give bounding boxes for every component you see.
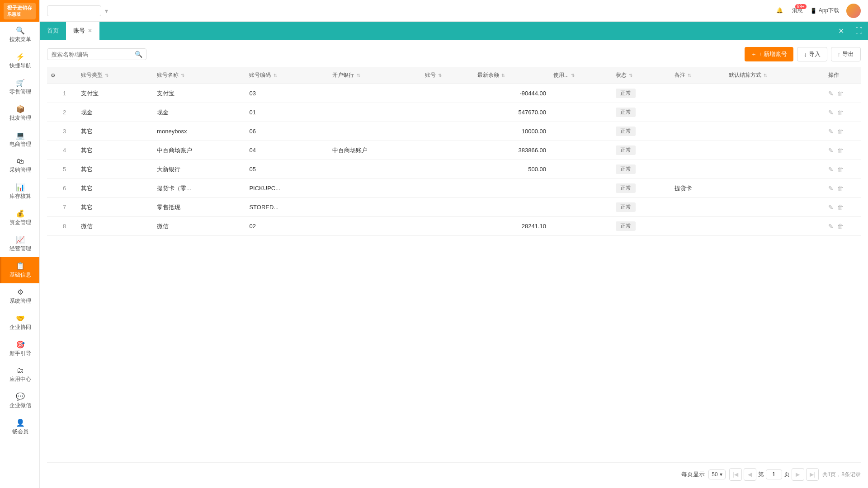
- edit-button[interactable]: ✎: [828, 204, 834, 211]
- topbar-dropdown-icon[interactable]: ▾: [105, 7, 108, 14]
- avatar[interactable]: [846, 4, 861, 18]
- cell-usage: [550, 84, 612, 103]
- search-box[interactable]: 🔍: [47, 48, 146, 60]
- add-account-button[interactable]: ＋ + 新增账号: [745, 47, 793, 61]
- sidebar-item-corp-agreement[interactable]: 🤝 企业协同: [0, 310, 39, 336]
- topbar-search-input[interactable]: [47, 5, 101, 16]
- tab-close-all-button[interactable]: ✕: [832, 22, 850, 40]
- tab-account[interactable]: 账号 ✕: [66, 22, 99, 40]
- sidebar-item-search-menu[interactable]: 🔍 搜索菜单: [0, 22, 39, 48]
- cell-remark: [671, 198, 725, 217]
- tab-home[interactable]: 首页: [40, 22, 66, 40]
- toolbar: 🔍 ＋ + 新增账号 ↓ 导入 ↑ 导出: [47, 47, 861, 61]
- edit-button[interactable]: ✎: [828, 223, 834, 230]
- cell-num: 1: [59, 84, 77, 103]
- cell-action: ✎ 🗑: [825, 103, 861, 122]
- import-icon: ↓: [804, 51, 807, 58]
- sidebar-item-app-center[interactable]: 🗂 应用中心: [0, 362, 39, 388]
- cell-bank: [329, 160, 421, 179]
- last-page-button[interactable]: ▶|: [806, 468, 819, 481]
- col-balance[interactable]: 最新余额 ⇅: [474, 67, 550, 84]
- cell-type: 支付宝: [77, 84, 153, 103]
- cell-type: 其它: [77, 160, 153, 179]
- app-download-icon: 📱: [810, 8, 817, 14]
- prev-page-button[interactable]: ◀: [744, 468, 756, 481]
- edit-button[interactable]: ✎: [828, 109, 834, 116]
- cell-num: 3: [59, 122, 77, 141]
- sidebar-item-ops-mgmt[interactable]: 📈 经营管理: [0, 231, 39, 257]
- col-type[interactable]: 账号类型 ⇅: [77, 67, 153, 84]
- col-name[interactable]: 账号名称 ⇅: [153, 67, 245, 84]
- cell-usage: [550, 122, 612, 141]
- page-size-label: 每页显示: [681, 470, 705, 479]
- edit-button[interactable]: ✎: [828, 166, 834, 173]
- cell-remark: [671, 122, 725, 141]
- cell-name: moneybosx: [153, 122, 245, 141]
- accounts-table: ⚙ 账号类型 ⇅ 账号名称 ⇅ 账号编码 ⇅ 开户银行 ⇅ 账号 ⇅ 最新余额 …: [47, 67, 861, 236]
- page-size-select[interactable]: 50 ▾: [708, 469, 725, 479]
- cell-code: 03: [245, 84, 329, 103]
- content-area: 🔍 ＋ + 新增账号 ↓ 导入 ↑ 导出: [40, 40, 868, 488]
- tabbar: 首页 账号 ✕ ✕ ⛶: [40, 22, 868, 40]
- cell-code: 04: [245, 141, 329, 160]
- sidebar-item-finance-mgmt[interactable]: 💰 资金管理: [0, 205, 39, 231]
- col-remark[interactable]: 备注 ⇅: [671, 67, 725, 84]
- cell-default-settle: [725, 160, 825, 179]
- tab-expand-button[interactable]: ⛶: [850, 22, 868, 40]
- col-account[interactable]: 账号 ⇅: [421, 67, 474, 84]
- ops-mgmt-icon: 📈: [3, 235, 38, 244]
- delete-button[interactable]: 🗑: [837, 147, 844, 154]
- edit-button[interactable]: ✎: [828, 128, 834, 135]
- app-download-area[interactable]: 📱 App下载: [810, 7, 839, 14]
- col-status[interactable]: 状态 ⇅: [612, 67, 671, 84]
- delete-button[interactable]: 🗑: [837, 90, 844, 97]
- notification-area[interactable]: 🔔 99+ 消息: [776, 7, 802, 14]
- sidebar-item-quick-nav[interactable]: ⚡ 快捷导航: [0, 48, 39, 74]
- cell-name: 零售抵现: [153, 198, 245, 217]
- delete-button[interactable]: 🗑: [837, 223, 844, 230]
- col-default-settle[interactable]: 默认结算方式 ⇅: [725, 67, 825, 84]
- cell-settings: [47, 198, 59, 217]
- next-page-button[interactable]: ▶: [792, 468, 804, 481]
- delete-button[interactable]: 🗑: [837, 166, 844, 173]
- cell-status: 正常: [612, 160, 671, 179]
- sidebar-item-corp-wechat[interactable]: 💬 企业微信: [0, 388, 39, 414]
- sidebar-item-retail-mgmt[interactable]: 🛒 零售管理: [0, 74, 39, 100]
- sidebar-item-inventory[interactable]: 📊 库存核算: [0, 178, 39, 205]
- cell-num: 7: [59, 198, 77, 217]
- cell-code: STORED...: [245, 198, 329, 217]
- page-label: 第: [758, 470, 764, 479]
- sidebar-item-ecom-mgmt[interactable]: 💻 电商管理: [0, 127, 39, 153]
- search-input[interactable]: [51, 51, 133, 58]
- sidebar-item-purchase-mgmt[interactable]: 🛍 采购管理: [0, 153, 39, 178]
- delete-button[interactable]: 🗑: [837, 109, 844, 116]
- col-settings[interactable]: ⚙: [47, 67, 59, 84]
- tab-close-icon[interactable]: ✕: [88, 28, 92, 34]
- edit-button[interactable]: ✎: [828, 147, 834, 154]
- col-usage[interactable]: 使用... ⇅: [550, 67, 612, 84]
- sidebar-item-member[interactable]: 👤 畅会员: [0, 414, 39, 440]
- edit-button[interactable]: ✎: [828, 185, 834, 192]
- cell-usage: [550, 103, 612, 122]
- export-icon: ↑: [838, 51, 841, 58]
- page-nav: |◀ ◀ 第 页 ▶ ▶|: [729, 468, 819, 481]
- cell-usage: [550, 160, 612, 179]
- cell-type: 其它: [77, 179, 153, 198]
- import-button[interactable]: ↓ 导入: [797, 47, 827, 61]
- delete-button[interactable]: 🗑: [837, 185, 844, 192]
- edit-button[interactable]: ✎: [828, 90, 834, 97]
- sidebar-item-basic-info[interactable]: 📋 基础信息: [0, 257, 39, 283]
- col-code[interactable]: 账号编码 ⇅: [245, 67, 329, 84]
- col-bank[interactable]: 开户银行 ⇅: [329, 67, 421, 84]
- sidebar-item-sys-mgmt[interactable]: ⚙ 系统管理: [0, 283, 39, 310]
- delete-button[interactable]: 🗑: [837, 128, 844, 135]
- cell-code: 02: [245, 217, 329, 236]
- export-button[interactable]: ↑ 导出: [831, 47, 861, 61]
- page-input[interactable]: [766, 469, 782, 479]
- first-page-button[interactable]: |◀: [729, 468, 742, 481]
- sidebar-item-newcomer[interactable]: 🎯 新手引导: [0, 336, 39, 362]
- tabbar-actions: ✕ ⛶: [832, 22, 868, 40]
- cell-name: 中百商场账户: [153, 141, 245, 160]
- delete-button[interactable]: 🗑: [837, 204, 844, 211]
- sidebar-item-wholesale-mgmt[interactable]: 📦 批发管理: [0, 100, 39, 127]
